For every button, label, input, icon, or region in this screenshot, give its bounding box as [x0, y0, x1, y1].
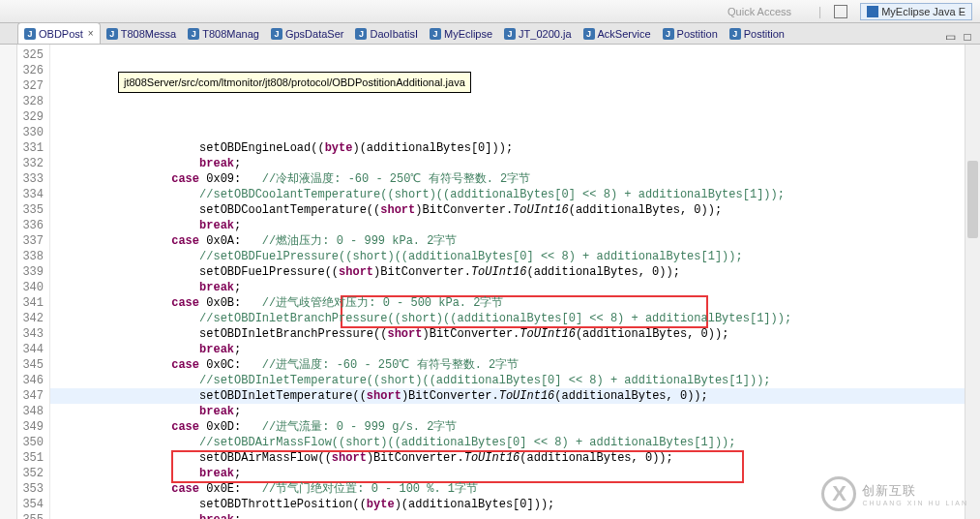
line-number: 338: [17, 249, 44, 264]
folding-ruler[interactable]: [0, 45, 17, 519]
code-line[interactable]: case 0x0D: //进气流量: 0 - 999 g/s. 2字节: [50, 419, 980, 435]
line-number: 336: [17, 218, 44, 233]
code-line[interactable]: //setOBDInletBranchPressure((short)((add…: [50, 311, 980, 326]
logo-text: 创新互联: [862, 482, 968, 500]
java-file-icon: [188, 28, 199, 40]
line-number: 352: [17, 466, 44, 481]
java-file-icon: [271, 28, 282, 40]
editor-tab[interactable]: JT_0200.ja: [498, 22, 577, 44]
editor-tab-strip: OBDPost×T808MessaT808ManagGpsDataSerDaoI…: [0, 23, 980, 45]
code-line[interactable]: case 0x0C: //进气温度: -60 - 250℃ 有符号整数. 2字节: [50, 357, 980, 373]
file-path-tooltip: jt808Server/src/com/ltmonitor/jt808/prot…: [118, 72, 471, 93]
code-editor[interactable]: 3253263273283293303313323333343353363373…: [0, 45, 980, 519]
code-line[interactable]: break;: [50, 218, 980, 233]
tab-label: DaoIbatisI: [370, 28, 418, 40]
perspective-label: MyEclipse Java E: [881, 6, 965, 17]
line-number: 332: [17, 156, 44, 171]
code-line[interactable]: setOBDAirMassFlow((short)BitConverter.To…: [50, 450, 980, 466]
code-line[interactable]: //setOBDAirMassFlow((short)((additionalB…: [50, 435, 980, 450]
editor-tab[interactable]: GpsDataSer: [265, 22, 350, 44]
java-file-icon: [355, 28, 367, 40]
java-file-icon: [106, 28, 118, 40]
code-line[interactable]: //setOBDFuelPressure((short)((additional…: [50, 249, 980, 264]
code-line[interactable]: case 0x0A: //燃油压力: 0 - 999 kPa. 2字节: [50, 233, 980, 249]
line-number: 330: [17, 125, 44, 140]
line-number: 331: [17, 140, 44, 156]
quick-access-label[interactable]: Quick Access: [728, 6, 791, 17]
code-line[interactable]: setOBDInletTemperature((short)BitConvert…: [50, 388, 980, 404]
code-line[interactable]: break;: [50, 512, 980, 519]
maximize-view-icon[interactable]: □: [961, 30, 974, 44]
java-file-icon: [729, 28, 741, 40]
myeclipse-icon: [867, 6, 878, 17]
line-number: 348: [17, 404, 44, 419]
code-line[interactable]: break;: [50, 156, 980, 171]
code-area[interactable]: jt808Server/src/com/ltmonitor/jt808/prot…: [50, 45, 980, 519]
editor-tab[interactable]: AckService: [578, 22, 657, 44]
line-number: 349: [17, 419, 44, 435]
java-file-icon: [504, 28, 516, 40]
window-toolbar: Quick Access | MyEclipse Java E: [0, 0, 980, 23]
line-number: 350: [17, 435, 44, 450]
line-number: 353: [17, 481, 44, 497]
perspective-myeclipse[interactable]: MyEclipse Java E: [860, 3, 972, 20]
editor-tab[interactable]: T808Messa: [101, 22, 182, 44]
divider: |: [818, 5, 821, 18]
line-number: 333: [17, 171, 44, 187]
line-number-gutter[interactable]: 3253263273283293303313323333343353363373…: [17, 45, 50, 519]
line-number: 345: [17, 357, 44, 373]
java-file-icon: [24, 28, 36, 40]
line-number: 347: [17, 388, 44, 404]
editor-tab[interactable]: Postition: [724, 22, 790, 44]
line-number: 337: [17, 233, 44, 249]
code-line[interactable]: setOBDFuelPressure((short)BitConverter.T…: [50, 264, 980, 280]
line-number: 343: [17, 326, 44, 342]
line-number: 325: [17, 47, 44, 63]
minimize-view-icon[interactable]: ▭: [943, 30, 957, 44]
line-number: 346: [17, 373, 44, 388]
watermark-logo: X 创新互联 CHUANG XIN HU LIAN: [821, 476, 968, 511]
line-number: 326: [17, 63, 44, 78]
close-icon[interactable]: ×: [88, 28, 94, 39]
tab-label: GpsDataSer: [285, 28, 344, 40]
java-file-icon: [583, 28, 595, 40]
editor-tab[interactable]: T808Manag: [182, 22, 265, 44]
line-number: 344: [17, 342, 44, 357]
line-number: 354: [17, 497, 44, 512]
code-line[interactable]: //setOBDCoolantTemperature((short)((addi…: [50, 187, 980, 202]
tab-label: OBDPost: [39, 28, 83, 40]
logo-subtext: CHUANG XIN HU LIAN: [862, 500, 968, 506]
code-line[interactable]: break;: [50, 280, 980, 295]
editor-tab[interactable]: Postition: [657, 22, 724, 44]
line-number: 339: [17, 264, 44, 280]
line-number: 351: [17, 450, 44, 466]
editor-tab[interactable]: OBDPost×: [17, 22, 101, 44]
tab-label: Postition: [677, 28, 718, 40]
code-line[interactable]: break;: [50, 404, 980, 419]
tab-label: JT_0200.ja: [519, 28, 571, 40]
line-number: 328: [17, 94, 44, 109]
tab-label: T808Manag: [202, 28, 259, 40]
java-file-icon: [430, 28, 441, 40]
code-line[interactable]: setOBDEngineLoad((byte)(additionalBytes[…: [50, 140, 980, 156]
line-number: 335: [17, 202, 44, 218]
code-line[interactable]: setOBDInletBranchPressure((short)BitConv…: [50, 326, 980, 342]
tab-label: MyEclipse: [444, 28, 492, 40]
code-line[interactable]: case 0x0B: //进气歧管绝对压力: 0 - 500 kPa. 2字节: [50, 295, 980, 311]
perspective-switcher[interactable]: [829, 2, 852, 21]
code-line[interactable]: //setOBDInletTemperature((short)((additi…: [50, 373, 980, 388]
tab-label: AckService: [598, 28, 651, 40]
line-number: 341: [17, 295, 44, 311]
line-number: 334: [17, 187, 44, 202]
code-line[interactable]: setOBDCoolantTemperature((short)BitConve…: [50, 202, 980, 218]
line-number: 342: [17, 311, 44, 326]
line-number: 329: [17, 109, 44, 125]
editor-tab[interactable]: DaoIbatisI: [349, 22, 424, 44]
code-line[interactable]: case 0x09: //冷却液温度: -60 - 250℃ 有符号整数. 2字…: [50, 171, 980, 187]
code-line[interactable]: break;: [50, 342, 980, 357]
editor-tab[interactable]: MyEclipse: [424, 22, 498, 44]
tab-label: Postition: [744, 28, 785, 40]
tab-label: T808Messa: [121, 28, 176, 40]
scrollbar-thumb[interactable]: [967, 161, 978, 238]
vertical-scrollbar[interactable]: [965, 45, 980, 519]
